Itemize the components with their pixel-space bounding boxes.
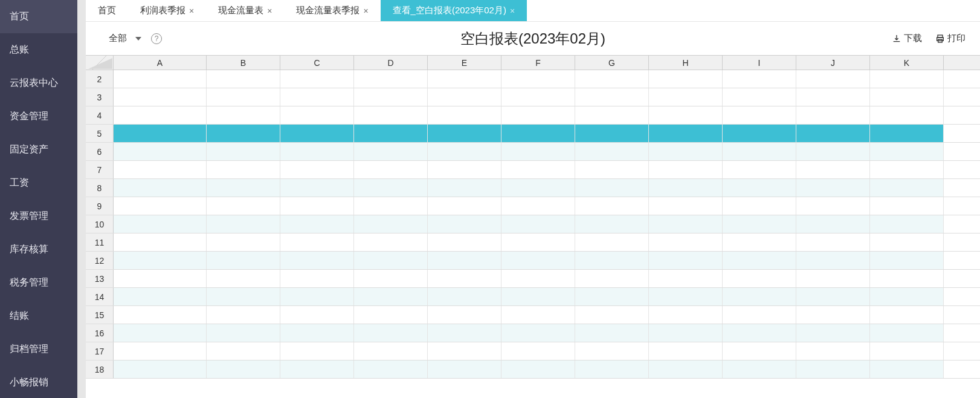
cell[interactable] [354,360,428,378]
cell[interactable] [501,106,575,124]
cell[interactable] [207,324,280,342]
cell[interactable] [280,252,354,269]
row-header[interactable]: 6 [86,143,114,160]
cell[interactable] [354,215,428,233]
cell[interactable] [649,252,723,269]
cell[interactable] [280,270,354,287]
cell[interactable] [428,288,501,305]
cell[interactable] [575,143,649,160]
cell[interactable] [114,197,207,215]
cell[interactable] [280,306,354,324]
cell[interactable] [354,252,428,269]
row-header[interactable]: 4 [86,106,114,124]
cell[interactable] [796,179,870,197]
cell[interactable] [870,70,944,88]
cell[interactable] [428,252,501,269]
cell[interactable] [796,161,870,178]
cell[interactable] [575,342,649,360]
cell[interactable] [280,288,354,305]
cell[interactable] [207,143,280,160]
cell[interactable] [354,270,428,287]
column-header[interactable]: H [649,56,723,70]
cell[interactable] [354,342,428,360]
sidebar-item-ledger[interactable]: 总账 [0,33,77,67]
cell[interactable] [354,179,428,197]
cell[interactable] [723,143,796,160]
cell[interactable] [575,306,649,324]
cell[interactable] [870,88,944,106]
cell[interactable] [796,252,870,269]
cell[interactable] [428,197,501,215]
cell[interactable] [114,324,207,342]
cell[interactable] [428,233,501,251]
cell[interactable] [354,88,428,106]
column-header[interactable]: A [114,56,207,70]
cell[interactable] [796,215,870,233]
cell[interactable] [649,106,723,124]
sidebar-scrollbar[interactable] [77,0,86,398]
cell[interactable] [723,306,796,324]
cell[interactable] [723,179,796,197]
cell[interactable] [649,360,723,378]
row-header[interactable]: 14 [86,288,114,305]
cell[interactable] [723,252,796,269]
cell[interactable] [207,125,280,142]
cell[interactable] [796,306,870,324]
cell[interactable] [575,70,649,88]
cell[interactable] [114,215,207,233]
cell[interactable] [649,179,723,197]
column-header[interactable]: D [354,56,428,70]
cell[interactable] [207,288,280,305]
cell[interactable] [575,106,649,124]
cell[interactable] [280,88,354,106]
cell[interactable] [428,342,501,360]
cell[interactable] [870,233,944,251]
column-header[interactable]: I [723,56,796,70]
cell[interactable] [870,270,944,287]
sidebar-item-invoice[interactable]: 发票管理 [0,200,77,233]
cell[interactable] [501,233,575,251]
row-header[interactable]: 7 [86,161,114,178]
cell[interactable] [207,306,280,324]
tab-view-blank-report[interactable]: 查看_空白报表(2023年02月) × [381,0,527,21]
cell[interactable] [649,70,723,88]
cell[interactable] [280,143,354,160]
cell[interactable] [796,360,870,378]
cell[interactable] [870,106,944,124]
cell[interactable] [575,252,649,269]
column-header[interactable]: E [428,56,501,70]
cell[interactable] [723,125,796,142]
row-header[interactable]: 3 [86,88,114,106]
sidebar-item-archive[interactable]: 归档管理 [0,333,77,366]
cell[interactable] [501,252,575,269]
cell[interactable] [428,106,501,124]
cell[interactable] [649,215,723,233]
cell[interactable] [870,342,944,360]
cell[interactable] [575,88,649,106]
cell[interactable] [280,324,354,342]
cell[interactable] [796,233,870,251]
cell[interactable] [575,233,649,251]
cell[interactable] [501,143,575,160]
cell[interactable] [207,88,280,106]
cell[interactable] [428,125,501,142]
cell[interactable] [575,161,649,178]
cell[interactable] [280,179,354,197]
cell[interactable] [428,88,501,106]
row-header[interactable]: 9 [86,197,114,215]
cell[interactable] [870,252,944,269]
cell[interactable] [796,197,870,215]
cell[interactable] [723,106,796,124]
row-header[interactable]: 15 [86,306,114,324]
cell[interactable] [723,215,796,233]
cell[interactable] [428,179,501,197]
cell[interactable] [114,70,207,88]
cell[interactable] [207,270,280,287]
close-icon[interactable]: × [510,6,515,16]
cell[interactable] [575,215,649,233]
cell[interactable] [207,215,280,233]
cell[interactable] [870,360,944,378]
cell[interactable] [354,143,428,160]
cell[interactable] [428,360,501,378]
cell[interactable] [354,161,428,178]
